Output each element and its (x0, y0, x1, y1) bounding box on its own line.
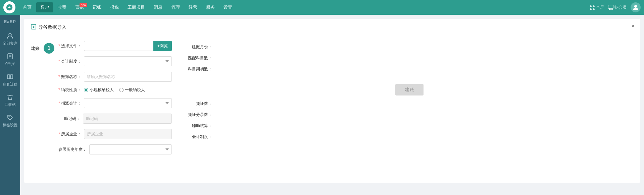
voucher-count-label: 凭证数： (185, 101, 212, 107)
user-avatar[interactable] (631, 2, 641, 12)
nav-services[interactable]: 服务 (202, 2, 219, 12)
sidebar-item-report[interactable]: 0申报 (1, 50, 19, 69)
initial-subjects-field: 科目期初数： (185, 66, 633, 72)
memo-input[interactable] (83, 114, 172, 124)
file-input[interactable] (84, 41, 153, 51)
person-icon (6, 32, 14, 40)
company-input[interactable] (84, 129, 172, 139)
aux-accounting-field: 辅助核算： (185, 123, 633, 129)
migrate-icon (6, 73, 14, 80)
fullscreen-button[interactable]: 全屏 (590, 5, 604, 10)
voucher-entries-field: 凭证分录数： (185, 112, 633, 118)
sidebar-item-recycle[interactable]: 回收站 (1, 91, 19, 110)
aux-accounting-label: 辅助核算： (185, 123, 212, 129)
ledger-name-input[interactable] (84, 72, 172, 82)
svg-rect-1 (590, 5, 592, 7)
tax-type-label: * 纳税性质： (58, 87, 81, 93)
sidebar-item-account-migrate[interactable]: 账套迁移 (1, 70, 19, 89)
import-icon (31, 24, 36, 30)
right-accounting-system-field: 会计制度： (185, 134, 633, 140)
sidebar-label-recycle: 回收站 (5, 102, 16, 107)
nav-home[interactable]: 首页 (19, 2, 36, 12)
ledger-name-row: * 账簿名称： (58, 72, 172, 82)
build-account-button[interactable]: 建账 (395, 84, 424, 95)
sidebar-label-all-clients: 全部客户 (3, 41, 17, 46)
accounting-system-label: * 会计制度： (58, 59, 81, 64)
form-layout: 建账 1 * 选择文件： +浏览 (31, 41, 633, 160)
nav-invoice[interactable]: 票据 new (71, 2, 88, 12)
history-year-select[interactable] (89, 144, 172, 154)
nav-clients[interactable]: 客户 (36, 2, 53, 12)
app-logo[interactable] (3, 1, 15, 13)
dialog-header: 导爷数据导入 (31, 24, 633, 34)
tax-radio-general[interactable] (119, 88, 123, 92)
fullscreen-label: 全屏 (596, 5, 604, 10)
import-dialog: 导爷数据导入 × 建账 1 * 选择文件： (24, 19, 640, 183)
dialog-title: 导爷数据导入 (38, 24, 66, 30)
nav-operations[interactable]: 经营 (185, 2, 201, 12)
tax-radio-small[interactable] (84, 88, 88, 92)
nav-commerce[interactable]: 工商项目 (123, 2, 149, 12)
match-subjects-field: 匹配科目数： (185, 55, 633, 61)
step-circle: 1 (44, 43, 54, 54)
right-accounting-system-label: 会计制度： (185, 134, 212, 140)
form-fields: * 选择文件： +浏览 * 会计制度： (58, 41, 172, 160)
tax-option-general[interactable]: 一般纳税人 (119, 87, 145, 93)
accountant-row: * 指派会计： (58, 98, 172, 108)
svg-rect-11 (8, 54, 12, 59)
nav-tax[interactable]: 报税 (106, 2, 123, 12)
memo-row: 助记码： (58, 114, 172, 124)
step-label: 建账 (31, 46, 40, 52)
sidebar-item-all-clients[interactable]: 全部客户 (1, 29, 19, 49)
voucher-entries-label: 凭证分录数： (185, 112, 212, 118)
company-row: * 所属企业： (58, 129, 172, 139)
svg-rect-3 (590, 8, 592, 10)
history-year-row: 参照历史年度： (58, 144, 172, 154)
tag-icon (6, 114, 14, 121)
accountant-label: * 指派会计： (58, 101, 81, 106)
invoice-badge: new (80, 3, 87, 7)
earp-logo: EaRP (4, 19, 16, 25)
svg-point-18 (9, 116, 10, 117)
accountant-select[interactable] (84, 98, 172, 108)
svg-rect-16 (10, 75, 13, 79)
top-navigation: 首页 客户 收费 票据 new 记账 报税 工商项目 消息 管理 经营 服务 设… (0, 0, 644, 15)
svg-rect-4 (593, 8, 595, 10)
history-year-label: 参照历史年度： (58, 147, 87, 152)
sidebar-label-report: 0申报 (5, 61, 15, 66)
svg-point-9 (634, 5, 637, 8)
voucher-count-field: 凭证数： (185, 101, 633, 107)
nav-right-actions: 全屏 畅会员 (590, 2, 641, 12)
accounting-system-row: * 会计制度： (58, 56, 172, 66)
sidebar-label-tag-settings: 标签设置 (3, 123, 17, 128)
tax-option-small[interactable]: 小规模纳税人 (84, 87, 114, 93)
sidebar-label-account-migrate: 账套迁移 (3, 82, 17, 87)
sidebar-item-tag-settings[interactable]: 标签设置 (1, 111, 19, 130)
member-label: 畅会员 (614, 5, 627, 10)
report-icon (6, 53, 14, 60)
file-input-group: +浏览 (84, 41, 172, 51)
svg-rect-15 (7, 75, 10, 79)
accounting-system-select[interactable] (84, 56, 172, 66)
close-button[interactable]: × (632, 23, 635, 29)
ledger-name-label: * 账簿名称： (58, 74, 81, 80)
tax-label-general: 一般纳税人 (125, 87, 145, 93)
svg-rect-5 (608, 5, 613, 8)
nav-accounts[interactable]: 记账 (89, 2, 105, 12)
match-subjects-label: 匹配科目数： (185, 55, 212, 61)
svg-rect-2 (593, 5, 595, 7)
step-section: 建账 1 * 选择文件： +浏览 (31, 41, 172, 160)
setup-month-label: 建账月份： (185, 44, 212, 50)
nav-settings[interactable]: 设置 (219, 2, 236, 12)
nav-billing[interactable]: 收费 (54, 2, 70, 12)
nav-menu: 首页 客户 收费 票据 new 记账 报税 工商项目 消息 管理 经营 服务 设… (19, 2, 590, 12)
tax-type-row: * 纳税性质： 小规模纳税人 一般纳税人 (58, 87, 172, 93)
content-area: 导爷数据导入 × 建账 1 * 选择文件： (20, 15, 644, 195)
browse-button[interactable]: +浏览 (153, 41, 172, 51)
member-button[interactable]: 畅会员 (608, 5, 627, 10)
nav-messages[interactable]: 消息 (150, 2, 166, 12)
file-row: * 选择文件： +浏览 (58, 41, 172, 51)
tax-type-radio-group: 小规模纳税人 一般纳税人 (84, 87, 172, 93)
main-layout: EaRP 全部客户 0申报 账套迁移 回收站 (0, 15, 644, 195)
nav-manage[interactable]: 管理 (167, 2, 184, 12)
